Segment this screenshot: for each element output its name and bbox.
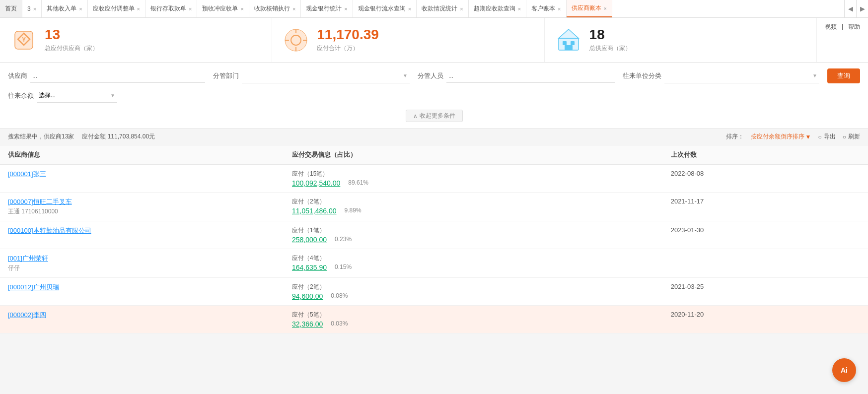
balance-select[interactable]: 选择... [37, 88, 117, 102]
lastpay-col: 2021-11-17 [671, 197, 860, 205]
nav-tab-other-income[interactable]: 其他收入单× [42, 0, 87, 17]
supplier-name-link[interactable]: [000007]恒旺二手叉车 [8, 198, 72, 205]
transaction-col: 应付（2笔）11,051,486.009.89% [292, 197, 671, 215]
close-tab-tab3[interactable]: × [33, 6, 36, 12]
nav-tab-collect-stat[interactable]: 收款情况统计× [417, 0, 468, 17]
payable-amount-info: 11,170.39 应付合计（万） [317, 27, 379, 53]
nav-tab-ar-adjust[interactable]: 应收应付调整单× [88, 0, 145, 17]
result-supplier-count: 搜索结果中，供应商13家 [8, 132, 74, 141]
filter-row-2: 往来余额 选择... ▼ [8, 88, 117, 103]
trans-amount[interactable]: 258,000.00 [292, 236, 327, 244]
supplier-col: [000012]广州贝瑞 [8, 283, 292, 292]
trans-amount[interactable]: 164,635.90 [292, 263, 327, 271]
video-link[interactable]: 视频 [825, 23, 837, 31]
nav-tab-bank-deposit[interactable]: 银行存取款单× [145, 0, 197, 17]
nav-tab-home[interactable]: 首页 [0, 0, 22, 17]
close-tab-other-income[interactable]: × [79, 6, 82, 12]
nav-tab-overdue-query[interactable]: 超期应收款查询× [469, 0, 526, 17]
nav-tab-supplier-account[interactable]: 供应商账本× [567, 0, 612, 17]
trans-label: 应付（4笔） [292, 254, 352, 263]
collapse-up-icon: ∧ [413, 113, 418, 120]
nav-tab-tab3[interactable]: 3× [22, 0, 42, 17]
lastpay-date: 2021-03-25 [671, 283, 704, 290]
nav-tab-prepay-collect[interactable]: 预收冲应收单× [197, 0, 249, 17]
top-right-links: 视频 | 帮助 [817, 18, 868, 62]
search-button[interactable]: 查询 [827, 68, 860, 83]
close-tab-cash-bank-flow[interactable]: × [408, 6, 411, 12]
payable-amount-label: 应付合计（万） [317, 44, 379, 53]
filter-person: 分管人员 [418, 69, 615, 83]
nav-next-arrow[interactable]: ▶ [856, 0, 868, 17]
filter-balance: 往来余额 选择... ▼ [8, 88, 117, 103]
export-button[interactable]: ○ 导出 [818, 132, 836, 141]
close-tab-overdue-query[interactable]: × [518, 6, 521, 12]
table-row: [000002]李四应付（5笔）32,366.000.03%2020-11-20 [0, 306, 868, 333]
nav-tab-cash-bank-flow[interactable]: 现金银行流水查询× [353, 0, 417, 17]
supplier-name-link[interactable]: [000012]广州贝瑞 [8, 283, 59, 291]
total-suppliers-icon [555, 26, 582, 54]
balance-label: 往来余额 [8, 91, 34, 100]
transaction-col: 应付（15笔）100,092,540.0089.61% [292, 170, 671, 187]
close-tab-collect-exec[interactable]: × [292, 6, 295, 12]
svg-rect-10 [563, 41, 567, 45]
trans-amount[interactable]: 100,092,540.00 [292, 179, 340, 187]
unit-class-label: 往来单位分类 [623, 71, 661, 80]
close-tab-cash-bank-stat[interactable]: × [344, 6, 347, 12]
supplier-input[interactable] [30, 69, 205, 83]
supplier-sub: 仔仔 [8, 264, 292, 272]
filter-collapse: ∧ 收起更多条件 [8, 108, 860, 126]
filter-bar: 供应商 分管部门 ▼ 分管人员 往来单位分类 ▼ 查询 往来 [0, 63, 868, 129]
trans-block: 应付（2笔）94,600.000.08% [292, 283, 348, 300]
person-input[interactable] [446, 69, 615, 83]
result-actions: 排序： 按应付余额倒序排序 ▼ ○ 导出 ○ 刷新 [726, 132, 860, 141]
trans-amount[interactable]: 94,600.00 [292, 292, 323, 300]
result-bar: 搜索结果中，供应商13家 应付金额 111,703,854.00元 排序： 按应… [0, 129, 868, 145]
svg-text:¥: ¥ [22, 36, 26, 43]
close-tab-ar-adjust[interactable]: × [137, 6, 140, 12]
help-link[interactable]: 帮助 [848, 23, 860, 31]
nav-prev-arrow[interactable]: ◀ [844, 0, 856, 17]
col-header-supplier: 供应商信息 [8, 150, 292, 159]
collapse-label: 收起更多条件 [420, 112, 455, 120]
trans-amount[interactable]: 11,051,486.00 [292, 207, 337, 215]
table-header: 供应商信息 应付交易信息（占比） 上次付数 [0, 145, 868, 165]
table-row: [000100]本特勤油品有限公司应付（1笔）258,000.000.23%20… [0, 221, 868, 249]
sort-value[interactable]: 按应付余额倒序排序 ▼ [751, 132, 811, 141]
table-row: [001]广州荣轩仔仔应付（4笔）164,635.900.15% [0, 249, 868, 278]
supplier-col: [000007]恒旺二手叉车王通 17106110000 [8, 197, 292, 216]
close-tab-supplier-account[interactable]: × [604, 5, 607, 11]
top-navigation: 首页3×其他收入单×应收应付调整单×银行存取款单×预收冲应收单×收款核销执行×现… [0, 0, 868, 18]
nav-tab-cash-bank-stat[interactable]: 现金银行统计× [301, 0, 353, 17]
total-suppliers-info: 18 总供应商（家） [589, 27, 631, 53]
lastpay-col: 2022-08-08 [671, 170, 860, 177]
payable-suppliers-label: 总应付供应商（家） [45, 44, 98, 53]
supplier-label: 供应商 [8, 71, 27, 80]
summary-card-total-suppliers: 18 总供应商（家） [545, 18, 817, 62]
trans-amount[interactable]: 32,366.00 [292, 320, 323, 328]
collapse-button[interactable]: ∧ 收起更多条件 [406, 110, 463, 122]
total-suppliers-label: 总供应商（家） [589, 44, 631, 53]
close-tab-collect-stat[interactable]: × [460, 6, 463, 12]
col-header-transaction: 应付交易信息（占比） [292, 150, 671, 159]
close-tab-customer-account[interactable]: × [558, 6, 561, 12]
supplier-name-link[interactable]: [000002]李四 [8, 311, 46, 319]
nav-tab-collect-exec[interactable]: 收款核销执行× [249, 0, 301, 17]
unit-class-select[interactable] [664, 69, 820, 83]
unit-class-select-wrap: ▼ [664, 69, 820, 83]
refresh-button[interactable]: ○ 刷新 [843, 132, 860, 141]
result-amount: 应付金额 111,703,854.00元 [82, 132, 155, 141]
close-tab-prepay-collect[interactable]: × [240, 6, 243, 12]
supplier-col: [001]广州荣轩仔仔 [8, 254, 292, 272]
supplier-name-link[interactable]: [000100]本特勤油品有限公司 [8, 227, 91, 234]
nav-tab-customer-account[interactable]: 客户账本× [526, 0, 566, 17]
trans-label: 应付（5笔） [292, 311, 348, 319]
close-tab-bank-deposit[interactable]: × [189, 6, 192, 12]
supplier-name-link[interactable]: [000001]张三 [8, 170, 46, 178]
filter-dept: 分管部门 ▼ [213, 69, 410, 83]
table-rows-container: [000001]张三应付（15笔）100,092,540.0089.61%202… [0, 165, 868, 333]
supplier-col: [000100]本特勤油品有限公司 [8, 226, 292, 235]
dept-select[interactable] [242, 69, 410, 83]
supplier-name-link[interactable]: [001]广州荣轩 [8, 255, 48, 262]
summary-card-payable-suppliers: ¥ 13 总应付供应商（家） [0, 18, 272, 62]
trans-block: 应付（15笔）100,092,540.0089.61% [292, 170, 368, 187]
